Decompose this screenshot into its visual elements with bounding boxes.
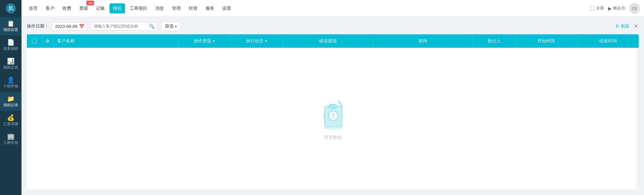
- sidebar-item-zonglan[interactable]: 📊 报税总览: [0, 54, 22, 73]
- sidebar-item-baoshuishezhi[interactable]: 📋 报税设置: [0, 17, 22, 36]
- close-button[interactable]: ✕: [634, 23, 639, 29]
- th-starttime-label: 开始时间: [538, 38, 555, 44]
- nav-piaoJu-label: 票据: [79, 6, 88, 11]
- th-tax-type: 税种: [373, 35, 473, 47]
- th-customer-label: 客户名称: [57, 38, 75, 44]
- th-status-label: 执行状态: [246, 38, 263, 44]
- scrollbar-hint[interactable]: [636, 48, 639, 190]
- table-header: ⚙ 客户名称 操作类型 ▼ 执行状态 ▼ 错误原因 税种: [27, 34, 639, 48]
- toolbar-right: ↻ 刷新 ✕: [615, 23, 639, 29]
- th-endtime-label: 结束时间: [599, 38, 617, 44]
- optype-sort-icon: ▼: [212, 39, 216, 43]
- empty-illustration: [318, 97, 348, 130]
- table-wrap: ⚙ 客户名称 操作类型 ▼ 执行状态 ▼ 错误原因 税种: [27, 34, 639, 190]
- refresh-button[interactable]: ↻ 刷新: [615, 23, 630, 29]
- th-optype-label: 操作类型: [194, 38, 211, 44]
- app-logo[interactable]: 凤: [0, 0, 22, 17]
- nav-xiaoXi[interactable]: 消息: [152, 3, 167, 13]
- nav-gongShang[interactable]: 工商项目: [126, 3, 151, 13]
- th-taxtype-label: 税种: [419, 38, 427, 44]
- toolbar: 操作日期： 2023-06-06 📅 🔍 筛选 ▾ ↻ 刷新 ✕: [22, 17, 644, 34]
- zonglan-icon: 📊: [7, 58, 14, 64]
- calendar-icon: 📅: [79, 24, 84, 29]
- th-error-reason: 错误原因: [283, 35, 373, 47]
- svg-point-11: [325, 127, 342, 130]
- search-input[interactable]: [94, 24, 147, 29]
- nav-customer[interactable]: 客户: [42, 3, 58, 13]
- sidebar-item-gongshang-label: 工商年报: [3, 141, 18, 145]
- geshui-icon: 👤: [7, 77, 14, 83]
- nav-home[interactable]: 首页: [26, 3, 41, 13]
- filter-button[interactable]: 筛选 ▾: [161, 22, 180, 31]
- fullscreen-icon: ⛶: [590, 6, 595, 11]
- topnav: 首页 客户 收费 票据 new 记账 报税 工商项目 消息 管理 经营 服务 设…: [22, 0, 644, 17]
- th-op-type[interactable]: 操作类型 ▼: [179, 35, 231, 47]
- refresh-icon: ↻: [615, 24, 619, 29]
- header-checkbox[interactable]: [32, 39, 37, 43]
- th-start-time: 开始时间: [516, 35, 577, 47]
- th-end-time: 结束时间: [577, 35, 639, 47]
- sidebar-item-zonglan-label: 报税总览: [3, 65, 18, 70]
- sidebar: 凤 📋 报税设置 📄 批量报税 📊 报税总览 👤 个税申报 📁 报税记录 💰 汇…: [0, 0, 22, 195]
- sidebar-item-geshui-label: 个税申报: [3, 84, 18, 88]
- sidebar-item-huisuan[interactable]: 💰 汇算清缴: [0, 111, 22, 130]
- member-label: 畅会员: [613, 5, 625, 11]
- th-executor: 执行人: [473, 35, 516, 47]
- gongshang-icon: 🏢: [7, 133, 14, 140]
- main-content: 首页 客户 收费 票据 new 记账 报税 工商项目 消息 管理 经营 服务 设…: [22, 0, 644, 195]
- page-area: 操作日期： 2023-06-06 📅 🔍 筛选 ▾ ↻ 刷新 ✕: [22, 17, 644, 195]
- nav-sheZhi[interactable]: 设置: [219, 3, 234, 13]
- fullscreen-btn[interactable]: ⛶ 全屏: [590, 5, 604, 11]
- svg-point-8: [333, 117, 334, 118]
- th-executor-label: 执行人: [488, 38, 501, 44]
- th-exec-status[interactable]: 执行状态 ▼: [231, 35, 283, 47]
- sidebar-item-gongshang[interactable]: 🏢 工商年报: [0, 130, 22, 149]
- nav-baoShui[interactable]: 报税: [110, 3, 125, 13]
- date-label: 操作日期：: [27, 23, 49, 29]
- svg-rect-7: [333, 113, 334, 116]
- date-value: 2023-06-06: [55, 24, 78, 29]
- sidebar-item-baoshuishezhi-label: 报税设置: [3, 28, 18, 32]
- empty-state: 暂无数据: [318, 97, 348, 141]
- svg-rect-5: [329, 104, 337, 108]
- avatar-initials: CE: [632, 6, 637, 10]
- sidebar-item-jilu[interactable]: 📁 报税记录: [0, 92, 22, 111]
- th-checkbox[interactable]: [27, 36, 42, 46]
- settings-icon: ⚙: [45, 38, 50, 44]
- new-badge: new: [86, 1, 94, 6]
- sidebar-item-geshui[interactable]: 👤 个税申报: [0, 73, 22, 92]
- huisuan-icon: 💰: [7, 115, 14, 121]
- member-btn[interactable]: ▶ 畅会员: [608, 5, 625, 11]
- nav-fuWu[interactable]: 服务: [202, 3, 218, 13]
- svg-text:凤: 凤: [8, 6, 13, 11]
- search-wrap: 🔍: [91, 22, 158, 31]
- filter-chevron-icon: ▾: [175, 25, 177, 28]
- nav-right-area: ⛶ 全屏 ▶ 畅会员 CE: [590, 3, 640, 14]
- user-avatar[interactable]: CE: [629, 3, 640, 14]
- nav-guanLi[interactable]: 管理: [169, 3, 184, 13]
- sidebar-item-jilu-label: 报税记录: [3, 103, 18, 107]
- date-input[interactable]: 2023-06-06 📅: [52, 22, 87, 31]
- piliang-icon: 📄: [7, 39, 14, 45]
- sidebar-item-piliang[interactable]: 📄 批量报税: [0, 36, 22, 54]
- nav-shouFei[interactable]: 收费: [59, 3, 75, 13]
- filter-label: 筛选: [165, 23, 174, 29]
- th-errorreason-label: 错误原因: [319, 38, 337, 44]
- th-settings[interactable]: ⚙: [42, 36, 54, 46]
- fullscreen-label: 全屏: [596, 5, 604, 11]
- refresh-label: 刷新: [621, 23, 630, 29]
- nav-jingYing[interactable]: 经营: [185, 3, 201, 13]
- nav-jiZhang[interactable]: 记账: [93, 3, 108, 13]
- th-customer-name: 客户名称: [54, 35, 179, 47]
- sidebar-item-huisuan-label: 汇算清缴: [3, 122, 18, 126]
- member-icon: ▶: [608, 6, 612, 11]
- search-icon[interactable]: 🔍: [149, 24, 155, 29]
- sidebar-item-piliang-label: 批量报税: [3, 46, 18, 51]
- table-body: 暂无数据: [27, 48, 639, 190]
- baoshuishezhi-icon: 📋: [7, 21, 14, 27]
- empty-text: 暂无数据: [324, 134, 342, 141]
- jilu-icon: 📁: [7, 96, 14, 102]
- status-sort-icon: ▼: [264, 39, 268, 43]
- nav-piaoJu[interactable]: 票据 new: [76, 3, 91, 13]
